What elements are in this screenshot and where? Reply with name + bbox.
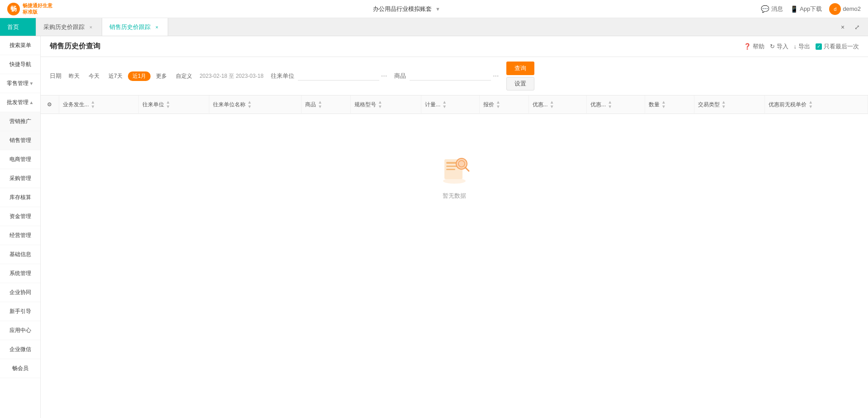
tab-sales-close[interactable]: × — [153, 24, 160, 31]
sidebar-item-wechat[interactable]: 企业微信 — [0, 340, 40, 359]
col-discount1[interactable]: 优惠... ▲▼ — [528, 95, 587, 114]
goods-input-dots[interactable]: ··· — [493, 72, 499, 80]
wholesale-arrow-icon: ▲ — [29, 100, 34, 105]
date-range-display: 2023-02-18 至 2023-03-18 — [199, 72, 263, 80]
col-qty[interactable]: 数量 ▲▼ — [645, 95, 694, 114]
col-price[interactable]: 报价 ▲▼ — [479, 95, 528, 114]
date-btn-yesterday[interactable]: 昨天 — [65, 71, 83, 81]
sort-icon-qty: ▲▼ — [661, 100, 666, 109]
col-spec[interactable]: 规格型号 ▲▼ — [350, 95, 421, 114]
sort-icon-spec: ▲▼ — [378, 100, 382, 109]
col-goods[interactable]: 商品 ▲▼ — [302, 95, 351, 114]
col-unit-code[interactable]: 往来单位 ▲▼ — [138, 95, 209, 114]
expand-button[interactable]: ⤢ — [852, 22, 863, 33]
sidebar-item-marketing[interactable]: 营销推广 — [0, 112, 40, 131]
topbar: 畅 畅捷通好生意 标准版 办公用品行业模拟账套 ▼ 💬 消息 📱 App下载 d… — [0, 0, 868, 18]
help-action[interactable]: ❓ 帮助 — [744, 43, 764, 51]
sidebar-item-quick-nav[interactable]: 快捷导航 — [0, 55, 40, 74]
tab-sales[interactable]: 销售历史价跟踪 × — [102, 18, 168, 36]
sidebar-item-sales-mgmt[interactable]: 销售管理 — [0, 131, 40, 150]
sort-icon-goods: ▲▼ — [318, 100, 322, 109]
settings-icon[interactable]: ⚙ — [47, 101, 52, 108]
sidebar-item-retail[interactable]: 零售管理 ▼ — [0, 74, 40, 93]
sidebar-member-label: 畅会员 — [12, 365, 28, 371]
unit-input[interactable] — [298, 71, 379, 81]
goods-input[interactable] — [410, 71, 491, 81]
sidebar-item-system[interactable]: 系统管理 — [0, 264, 40, 283]
col-discount2[interactable]: 优惠... ▲▼ — [587, 95, 645, 114]
main-layout: 搜索菜单 快捷导航 零售管理 ▼ 批发管理 ▲ 营销推广 销售管理 电商管理 采… — [0, 36, 868, 418]
sidebar-retail-label: 零售管理 — [7, 80, 28, 87]
sort-icon-biz-date: ▲▼ — [91, 100, 95, 109]
sidebar-marketing-label: 营销推广 — [9, 118, 31, 124]
query-button[interactable]: 查询 — [506, 62, 534, 75]
table-header-row: ⚙ 业务发生... ▲▼ 往来单位 ▲▼ — [41, 95, 868, 114]
close-all-button[interactable]: × — [837, 22, 848, 33]
sidebar-wholesale-label: 批发管理 — [7, 99, 28, 106]
date-btn-1month[interactable]: 近1月 — [128, 71, 151, 81]
date-btn-today[interactable]: 今天 — [85, 71, 103, 81]
empty-state: 暂无数据 — [41, 114, 868, 236]
tab-home[interactable]: 首页 — [0, 18, 36, 36]
date-btn-custom[interactable]: 自定义 — [172, 71, 196, 81]
export-action[interactable]: ↓ 导出 — [794, 43, 811, 51]
sidebar-item-operations[interactable]: 经营管理 — [0, 226, 40, 245]
sidebar-item-purchase-mgmt[interactable]: 采购管理 — [0, 169, 40, 188]
sidebar-item-basic-info[interactable]: 基础信息 — [0, 245, 40, 264]
filter-bar: 日期 昨天 今天 近7天 近1月 更多 自定义 2023-02-18 至 202… — [41, 57, 868, 95]
sidebar-guide-label: 新手引导 — [9, 308, 31, 314]
tab-home-label: 首页 — [7, 23, 19, 31]
phone-icon: 📱 — [790, 5, 798, 13]
sidebar-item-search-menu[interactable]: 搜索菜单 — [0, 36, 40, 55]
sidebar-sales-mgmt-label: 销售管理 — [9, 137, 31, 143]
message-nav[interactable]: 💬 消息 — [761, 5, 783, 13]
tab-purchase-close[interactable]: × — [87, 24, 94, 31]
topbar-center[interactable]: 办公用品行业模拟账套 ▼ — [373, 5, 440, 13]
date-btn-more[interactable]: 更多 — [152, 71, 170, 81]
sidebar-basic-info-label: 基础信息 — [9, 251, 31, 257]
sidebar-item-wholesale[interactable]: 批发管理 ▲ — [0, 93, 40, 112]
last-once-checkbox-group[interactable]: ✓ 只看最后一次 — [816, 43, 859, 51]
dropdown-arrow-icon[interactable]: ▼ — [435, 6, 440, 12]
import-action[interactable]: ↻ 导入 — [770, 43, 788, 51]
sidebar-item-member[interactable]: 畅会员 — [0, 359, 40, 378]
sort-icon-unit-code: ▲▼ — [166, 100, 170, 109]
date-btn-7days[interactable]: 近7天 — [105, 71, 126, 81]
export-icon: ↓ — [794, 43, 797, 50]
col-biz-date[interactable]: 业务发生... ▲▼ — [59, 95, 138, 114]
empty-text: 暂无数据 — [443, 192, 466, 200]
col-unit-name[interactable]: 往来单位名称 ▲▼ — [209, 95, 302, 114]
user-nav[interactable]: d demo2 — [829, 3, 861, 15]
sidebar-ecommerce-label: 电商管理 — [9, 156, 31, 162]
topbar-right: 💬 消息 📱 App下载 d demo2 — [761, 3, 861, 15]
avatar: d — [829, 3, 841, 15]
col-trade-type[interactable]: 交易类型 ▲▼ — [694, 95, 764, 114]
sidebar-item-finance[interactable]: 资金管理 — [0, 207, 40, 226]
app-title: 办公用品行业模拟账套 — [373, 5, 432, 13]
sort-icon-trade-type: ▲▼ — [722, 100, 726, 109]
date-quick-buttons: 昨天 今天 近7天 近1月 更多 自定义 — [65, 71, 196, 81]
tabbar-actions: × ⤢ — [832, 18, 868, 36]
tab-purchase[interactable]: 采购历史价跟踪 × — [36, 18, 102, 36]
last-once-checkbox[interactable]: ✓ — [816, 43, 822, 50]
sidebar-item-inventory[interactable]: 库存核算 — [0, 188, 40, 207]
sidebar-finance-label: 资金管理 — [9, 213, 31, 219]
settings-button[interactable]: 设置 — [506, 77, 534, 90]
sidebar-system-label: 系统管理 — [9, 270, 31, 276]
sort-icon-unit-measure: ▲▼ — [442, 100, 447, 109]
sidebar-item-app-center[interactable]: 应用中心 — [0, 321, 40, 340]
page-title: 销售历史价查询 — [50, 42, 100, 51]
table-area: ⚙ 业务发生... ▲▼ 往来单位 ▲▼ — [41, 95, 868, 418]
col-unit-measure[interactable]: 计量... ▲▼ — [421, 95, 480, 114]
date-filter-label: 日期 — [50, 72, 61, 80]
page-header: 销售历史价查询 ❓ 帮助 ↻ 导入 ↓ 导出 ✓ 只看最后一次 — [41, 36, 868, 57]
app-download-nav[interactable]: 📱 App下载 — [790, 5, 822, 13]
unit-filter-group: 往来单位 ··· — [271, 71, 387, 81]
sort-icon-price: ▲▼ — [496, 100, 500, 109]
sidebar-item-guide[interactable]: 新手引导 — [0, 302, 40, 321]
col-settings[interactable]: ⚙ — [41, 95, 59, 114]
sidebar-item-enterprise[interactable]: 企业协同 — [0, 283, 40, 302]
sidebar-item-ecommerce[interactable]: 电商管理 — [0, 150, 40, 169]
unit-input-dots[interactable]: ··· — [381, 72, 387, 80]
col-pre-tax-price[interactable]: 优惠前无税单价 ▲▼ — [765, 95, 868, 114]
